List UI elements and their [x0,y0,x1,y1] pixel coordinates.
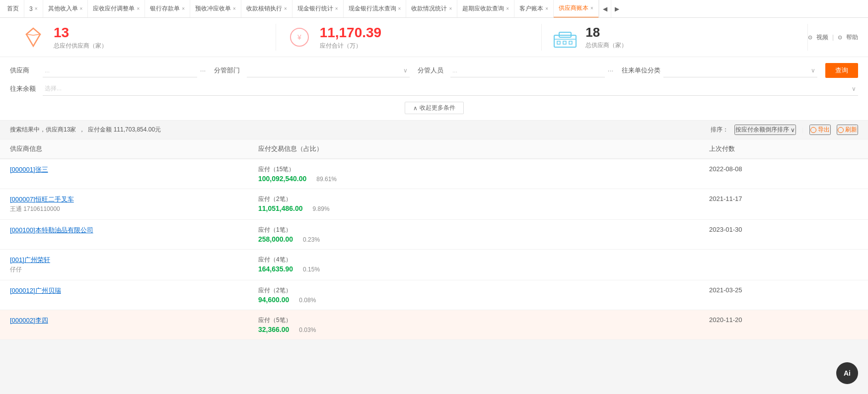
trade-amount-3[interactable]: 164,635.90 [258,265,293,273]
close-icon[interactable]: × [398,6,401,11]
trade-label-2: 应付（1笔） [258,226,709,234]
balance-placeholder: 选择... [45,84,62,93]
collapse-icon: ∧ [413,105,418,112]
supplier-link-0[interactable]: [000001]张三 [10,166,48,173]
dept-select[interactable]: ∨ [247,64,410,77]
trade-row-1: 11,051,486.00 9.89% [258,204,709,212]
supplier-link-5[interactable]: [000002]李四 [10,317,48,324]
close-icon[interactable]: × [233,6,236,11]
trade-label-5: 应付（5笔） [258,316,709,325]
close-icon[interactable]: × [449,6,452,11]
nav-tab-bank-deposit[interactable]: 银行存款单 × [145,0,190,18]
nav-tab-3[interactable]: 3 × [24,0,43,18]
nav-tab-overdue-ar[interactable]: 超期应收款查询 × [457,0,514,18]
nav-tab-ar-ap-adjust[interactable]: 应收应付调整单 × [88,0,145,18]
last-pay-1: 2021-11-17 [709,195,858,202]
help-link[interactable]: 帮助 [846,33,858,42]
nav-tab-cash-bank-stat[interactable]: 现金银行统计 × [292,0,344,18]
filter-group-supplier: 供应商 ··· [10,64,206,77]
trade-amount-0[interactable]: 100,092,540.00 [258,175,306,183]
close-icon[interactable]: × [284,6,287,11]
nav-tab-home[interactable]: 首页 [2,0,24,18]
nav-tab-collect-exec-label: 收款核销执行 [246,4,282,13]
close-icon[interactable]: × [35,6,38,11]
filter-group-person: 分管人员 ··· [418,64,614,77]
query-button[interactable]: 查询 [825,63,858,78]
summary-num-ap-total: 11,170.39 [320,24,382,41]
nav-tab-collect-stat[interactable]: 收款情况统计 × [406,0,457,18]
table-row: [000012]广州贝瑞 应付（2笔） 94,600.00 0.08% 2021… [0,280,868,310]
svg-marker-0 [26,28,40,46]
person-input[interactable] [450,64,605,77]
sort-button[interactable]: 按应付余额倒序排序 ∨ [734,125,796,135]
trade-percent-5: 0.03% [299,327,316,333]
dots-icon: ··· [200,66,206,74]
supplier-link-2[interactable]: [000100]本特勒油品有限公司 [10,226,93,234]
last-pay-2: 2023-01-30 [709,226,858,233]
svg-rect-8 [563,41,566,44]
summary-label-total-suppliers: 总供应商（家） [585,41,627,50]
summary-text-total-suppliers: 18 总供应商（家） [585,25,627,50]
balance-select[interactable]: 选择... ∨ [43,82,858,96]
circle-icon: ⊙ [808,34,812,41]
supplier-info-2: [000100]本特勒油品有限公司 [10,226,258,235]
refresh-button[interactable]: 刷新 [837,125,858,135]
separator-1: | [802,127,803,133]
category-select[interactable]: ∨ [663,64,818,77]
circle-icon2: ⊙ [838,34,842,41]
export-button[interactable]: 导出 [809,125,831,135]
sort-label: 排序： [711,126,728,134]
supplier-link-3[interactable]: [001]广州荣轩 [10,256,50,263]
top-nav: 首页 3 × 其他收入单 × 应收应付调整单 × 银行存款单 × 预收冲应收单 … [0,0,868,18]
close-icon[interactable]: × [137,6,140,11]
summary-item-total-suppliers: 18 总供应商（家） [542,24,808,51]
chevron-down-icon-3: ∨ [852,85,856,92]
trade-row-0: 100,092,540.00 89.61% [258,175,709,183]
summary-text-ap-total: 11,170.39 应付合计（万） [320,24,382,51]
close-icon[interactable]: × [335,6,338,11]
close-icon[interactable]: × [506,6,509,11]
summary-item-ap-suppliers: 13 总应付供应商（家） [10,24,276,51]
summary-icon-ap-total: ¥ [286,24,313,51]
supplier-input[interactable] [43,64,197,77]
nav-tab-cash-bank-stat-label: 现金银行统计 [297,4,333,13]
supplier-link-4[interactable]: [000012]广州贝瑞 [10,287,61,294]
close-icon[interactable]: × [545,6,548,11]
nav-tab-prepay[interactable]: 预收冲应收单 × [190,0,241,18]
right-tools: 排序： 按应付余额倒序排序 ∨ | 导出 刷新 [711,125,858,135]
nav-tab-supplier-ledger-label: 供应商账本 [559,4,588,12]
filter-group-dept: 分管部门 ∨ [214,64,410,77]
svg-text:¥: ¥ [297,33,301,41]
nav-tab-collect-exec[interactable]: 收款核销执行 × [241,0,292,18]
trade-amount-2[interactable]: 258,000.00 [258,235,293,243]
trade-info-1: 应付（2笔） 11,051,486.00 9.89% [258,195,709,212]
nav-tab-other-income[interactable]: 其他收入单 × [43,0,88,18]
close-icon[interactable]: × [80,6,83,11]
filter-label-balance: 往来余额 [10,84,40,93]
filter-label-person: 分管人员 [418,66,447,75]
nav-arrow-right[interactable]: ▶ [611,0,623,18]
nav-arrow-left[interactable]: ◀ [599,0,611,18]
trade-percent-4: 0.08% [299,297,316,304]
close-icon[interactable]: × [182,6,185,11]
supplier-info-1: [000007]恒旺二手叉车 王通 17106110000 [10,195,258,213]
nav-tab-customer-ledger[interactable]: 客户账本 × [514,0,554,18]
trade-amount-4[interactable]: 94,600.00 [258,296,289,304]
export-circle-icon [810,127,816,133]
trade-amount-5[interactable]: 32,366.00 [258,326,289,333]
trade-amount-1[interactable]: 11,051,486.00 [258,204,303,212]
col-header-trade: 应付交易信息（占比） [258,144,709,153]
nav-tab-supplier-ledger[interactable]: 供应商账本 × [554,0,599,18]
table-row: [000001]张三 应付（15笔） 100,092,540.00 89.61%… [0,159,868,189]
nav-tab-collect-stat-label: 收款情况统计 [411,4,447,13]
table-row: [000007]恒旺二手叉车 王通 17106110000 应付（2笔） 11,… [0,189,868,220]
svg-rect-9 [569,41,572,44]
filter-label-category: 往来单位分类 [622,66,660,75]
trade-info-4: 应付（2笔） 94,600.00 0.08% [258,286,709,304]
close-icon[interactable]: × [590,5,593,11]
collapse-button[interactable]: ∧ 收起更多条件 [405,102,464,114]
nav-tab-3-label: 3 [29,5,33,12]
video-link[interactable]: 视频 [816,33,828,42]
supplier-link-1[interactable]: [000007]恒旺二手叉车 [10,196,74,203]
nav-tab-cash-bank-flow[interactable]: 现金银行流水查询 × [344,0,407,18]
